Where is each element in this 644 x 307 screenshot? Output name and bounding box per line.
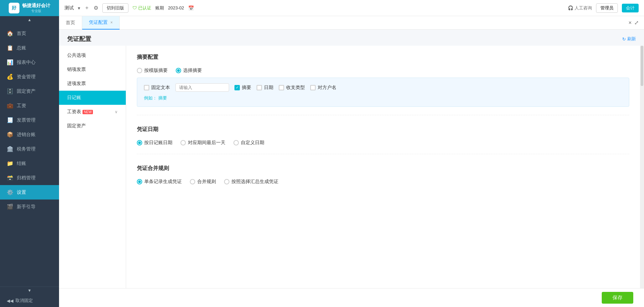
sidebar-item-reports[interactable]: 📊 报表中心: [0, 55, 59, 70]
settings-icon: ⚙️: [7, 189, 13, 195]
sidebar-item-label: 资金管理: [17, 74, 36, 80]
date-checkbox-item[interactable]: 日期: [257, 85, 273, 91]
fixed-text-input[interactable]: [175, 83, 229, 92]
tab-bar: 首页 凭证配置 × × ⤢: [59, 16, 644, 30]
abstract-checkbox[interactable]: [234, 85, 240, 90]
sidebar-item-funds[interactable]: 💰 资金管理: [0, 70, 59, 84]
left-menu-item-payroll-table[interactable]: 工资表 NEW ∨: [59, 105, 126, 119]
custom-date-option[interactable]: 自定义日期: [233, 140, 264, 146]
counterpart-label: 对方户名: [318, 85, 336, 91]
sales-icon: 📦: [7, 131, 13, 138]
abstract-select-radio[interactable]: [176, 68, 181, 73]
scroll-thumb[interactable]: [641, 46, 643, 86]
sidebar-item-tax[interactable]: 🏛️ 税务管理: [0, 142, 59, 156]
voucher-date-radio-group: 按日记账日期 对应期间最后一天 自定义日期: [137, 140, 629, 146]
sidebar-item-archive[interactable]: 🗃️ 归档管理: [0, 171, 59, 185]
counterpart-checkbox-item[interactable]: 对方户名: [310, 85, 336, 91]
single-voucher-radio[interactable]: [137, 179, 142, 184]
single-voucher-label: 单条记录生成凭证: [144, 179, 182, 185]
period-last-label: 对应期间最后一天: [188, 140, 225, 146]
counterpart-checkbox[interactable]: [310, 85, 316, 90]
left-menu-item-journal[interactable]: 日记账: [59, 91, 126, 105]
tab-voucher-config[interactable]: 凭证配置 ×: [82, 16, 120, 30]
abstract-select-option[interactable]: 选择摘要: [176, 68, 202, 74]
home-icon: 🏠: [7, 30, 13, 37]
abstract-template-option[interactable]: 按模版摘要: [137, 68, 168, 74]
expand-arrow-icon[interactable]: ∨: [115, 109, 118, 114]
cancel-fixed-btn[interactable]: ◀◀ 取消固定: [0, 294, 59, 307]
manager-button[interactable]: 管理员: [596, 3, 618, 13]
sidebar-item-label: 设置: [17, 189, 26, 195]
merge-rule-option[interactable]: 合并规则: [190, 179, 216, 185]
payroll-icon: 💼: [7, 102, 13, 109]
sidebar-item-ledger[interactable]: 📋 总账: [0, 41, 59, 55]
page-header: 凭证配置 ↻ 刷新: [59, 30, 644, 46]
certified-label: 已认证: [138, 5, 151, 11]
sidebar-item-payroll[interactable]: 💼 工资: [0, 98, 59, 113]
assets-icon: 🗄️: [7, 88, 13, 94]
consult-button[interactable]: 🎧 人工咨询: [568, 5, 592, 11]
sidebar-item-closing[interactable]: 📁 结账: [0, 156, 59, 171]
company-dropdown-icon[interactable]: ▾: [78, 5, 80, 11]
save-button[interactable]: 保存: [602, 292, 633, 304]
custom-date-radio[interactable]: [233, 140, 239, 145]
scroll-down-arrow[interactable]: ▼: [28, 288, 32, 293]
abstract-label: 摘要: [242, 85, 251, 91]
left-menu-item-sales-invoice[interactable]: 销项发票: [59, 62, 126, 77]
sidebar-item-sales[interactable]: 📦 进销台账: [0, 127, 59, 142]
fullscreen-button[interactable]: ⤢: [634, 19, 639, 26]
settings-gear-button[interactable]: ⚙: [94, 5, 98, 11]
sidebar-item-label: 税务管理: [17, 146, 36, 152]
income-type-checkbox[interactable]: [279, 85, 284, 90]
new-badge: NEW: [83, 110, 93, 114]
sidebar-item-settings[interactable]: ⚙️ 设置: [0, 185, 59, 200]
sidebar-item-assets[interactable]: 🗄️ 固定资产: [0, 84, 59, 98]
scroll-up-arrow[interactable]: ▲: [28, 17, 32, 22]
add-button[interactable]: ＋: [84, 4, 90, 11]
income-type-checkbox-item[interactable]: 收支类型: [279, 85, 305, 91]
archive-icon: 🗃️: [7, 175, 13, 181]
left-menu: 公共选项 销项发票 进项发票 日记账 工资表 NEW ∨: [59, 46, 126, 288]
fixed-text-checkbox[interactable]: [144, 85, 149, 90]
sidebar: 好 畅捷通好会计 专业版 ▲ 🏠 首页 📋 总账 📊 报表中心: [0, 0, 59, 307]
sidebar-item-guide[interactable]: 🎬 新手引导: [0, 200, 59, 214]
date-checkbox[interactable]: [257, 85, 262, 90]
old-version-button[interactable]: 切到旧版: [102, 3, 128, 13]
tab-home[interactable]: 首页: [59, 16, 82, 30]
journal-date-option[interactable]: 按日记账日期: [137, 140, 172, 146]
period-last-option[interactable]: 对应期间最后一天: [180, 140, 225, 146]
merge-rule-radio[interactable]: [190, 179, 195, 184]
example-prefix: 例如：: [144, 95, 157, 100]
select-merge-option[interactable]: 按照选择汇总生成凭证: [224, 179, 278, 185]
period-last-radio[interactable]: [180, 140, 186, 145]
abstract-checkbox-item[interactable]: 摘要: [234, 85, 251, 91]
certified-badge: 🛡 已认证: [132, 5, 151, 11]
left-menu-item-purchase-invoice[interactable]: 进项发票: [59, 77, 126, 91]
calendar-icon[interactable]: 📅: [188, 5, 194, 11]
left-menu-item-fixed-assets[interactable]: 固定资产: [59, 119, 126, 133]
closing-icon: 📁: [7, 160, 13, 167]
refresh-button[interactable]: ↻ 刷新: [622, 36, 636, 42]
header-right: 🎧 人工咨询 管理员 会计: [568, 3, 639, 13]
single-voucher-option[interactable]: 单条记录生成凭证: [137, 179, 182, 185]
sidebar-item-label: 首页: [17, 31, 26, 37]
accountant-button[interactable]: 会计: [622, 4, 639, 12]
sidebar-item-invoice[interactable]: 🧾 发票管理: [0, 113, 59, 127]
tab-close-button[interactable]: ×: [629, 20, 632, 26]
voucher-date-title: 凭证日期: [137, 126, 629, 133]
sidebar-item-home[interactable]: 🏠 首页: [0, 26, 59, 41]
sidebar-item-label: 工资: [17, 103, 26, 109]
sidebar-item-label: 结账: [17, 161, 26, 167]
abstract-config-section: 摘要配置 按模版摘要 选择摘要: [137, 54, 629, 115]
fixed-text-checkbox-item[interactable]: 固定文本: [144, 85, 170, 91]
journal-date-label: 按日记账日期: [144, 140, 172, 146]
left-menu-item-public[interactable]: 公共选项: [59, 48, 126, 62]
sidebar-logo: 好 畅捷通好会计 专业版: [0, 0, 59, 16]
right-scrollbar[interactable]: [640, 46, 644, 288]
tab-close-icon[interactable]: ×: [110, 20, 113, 25]
date-label: 日期: [264, 85, 273, 91]
journal-date-radio[interactable]: [137, 140, 142, 145]
app-version: 专业版: [31, 9, 41, 13]
select-merge-radio[interactable]: [224, 179, 229, 184]
abstract-template-radio[interactable]: [137, 68, 142, 73]
